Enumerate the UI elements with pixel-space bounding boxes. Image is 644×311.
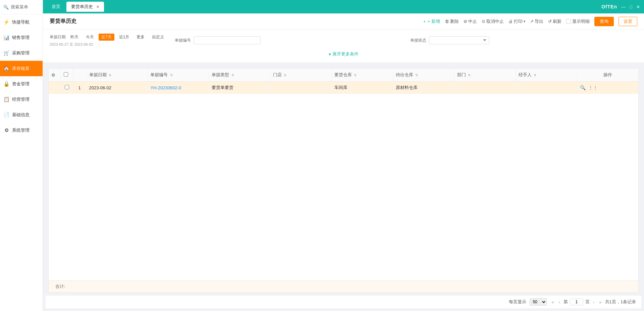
- col-handler-label: 经手人: [519, 72, 532, 77]
- select-all-checkbox[interactable]: [64, 72, 68, 77]
- col-shop: 门店 ⇅: [270, 69, 332, 82]
- next-page-btn[interactable]: ›: [592, 299, 596, 305]
- sidebar-item-sales[interactable]: 📊 销售管理: [0, 30, 43, 45]
- plus-icon: ＋: [422, 18, 427, 25]
- sidebar-item-finance[interactable]: 🔒 资金管理: [0, 76, 43, 92]
- window-minimize-btn[interactable]: —: [621, 4, 626, 9]
- page-label: 第: [564, 299, 568, 305]
- page-nav: « ‹ 第 页 › » 共1页，1条记录: [550, 299, 636, 305]
- show-detail-toggle[interactable]: 显示明细: [566, 18, 590, 25]
- refresh-label: 刷新: [553, 18, 561, 25]
- expand-more-btn[interactable]: ▾ 展开更多条件: [50, 50, 637, 58]
- sort-icon-handler[interactable]: ⇅: [534, 73, 536, 77]
- show-detail-checkbox[interactable]: [566, 19, 571, 24]
- tab-home-label: 首页: [52, 4, 60, 10]
- sidebar-item-inventory[interactable]: 🏠 库存核算: [0, 61, 43, 76]
- query-button[interactable]: 查询: [594, 17, 614, 26]
- sort-icon-req-warehouse[interactable]: ⇅: [354, 73, 357, 77]
- new-button[interactable]: ＋ + 新增: [422, 18, 440, 25]
- date-btn-custom[interactable]: 自定义: [149, 34, 167, 41]
- sidebar-item-label: 经营管理: [12, 96, 30, 102]
- date-btn-yesterday[interactable]: 昨天: [68, 34, 81, 41]
- brand-logo: OfTEn: [601, 4, 617, 9]
- doc-number-input[interactable]: [194, 36, 261, 44]
- sidebar-item-label: 销售管理: [12, 35, 30, 41]
- col-action-label: 操作: [603, 72, 612, 77]
- operation-icon: 📋: [3, 96, 9, 102]
- sort-icon-shop[interactable]: ⇅: [284, 73, 286, 77]
- sidebar-item-label: 资金管理: [12, 81, 30, 87]
- tab-home[interactable]: 首页: [47, 2, 65, 12]
- sort-icon-pending-warehouse[interactable]: ⇅: [415, 73, 418, 77]
- cancel-stop-button[interactable]: ⊙ 取消中止: [482, 18, 504, 25]
- table-row: 1 2023-06-02 YH-20230602-0: [49, 82, 638, 94]
- tab-requisition-history[interactable]: 要货单历史 ✕: [66, 2, 104, 12]
- show-detail-label: 显示明细: [572, 18, 590, 25]
- row-num-cell: 1: [73, 82, 86, 94]
- row-department-cell: [454, 82, 516, 94]
- row-checkbox-cell: [61, 82, 73, 94]
- settings-button[interactable]: 设置: [619, 17, 637, 26]
- print-icon: 🖨: [508, 19, 513, 24]
- data-table: ⚙ 单据日期 ⇅: [49, 69, 638, 94]
- sort-icon-doc-type[interactable]: ⇅: [231, 73, 234, 77]
- col-pending-warehouse-label: 待出仓库: [396, 72, 413, 77]
- sidebar-item-label: 系统管理: [12, 127, 30, 133]
- col-pending-warehouse: 待出仓库 ⇅: [393, 69, 454, 82]
- tab-requisition-history-label: 要货单历史: [71, 4, 93, 10]
- tab-close-icon[interactable]: ✕: [96, 5, 99, 9]
- window-maximize-btn[interactable]: □: [630, 4, 632, 9]
- date-btn-7days[interactable]: 近7天: [99, 34, 114, 41]
- print-label: 打印: [514, 18, 523, 25]
- inventory-icon: 🏠: [3, 65, 9, 72]
- sidebar-search[interactable]: 🔍 搜索菜单: [0, 0, 43, 14]
- sidebar: 🔍 搜索菜单 ⚡ 快捷导航 📊 销售管理 🛒 采购管理 🏠 库存核算 🔒 资金管…: [0, 0, 43, 311]
- date-btn-today[interactable]: 今天: [83, 34, 97, 41]
- col-doc-number-label: 单据编号: [150, 72, 168, 77]
- sidebar-item-label: 快捷导航: [12, 19, 30, 25]
- sidebar-item-system[interactable]: ⚙ 系统管理: [0, 123, 43, 138]
- date-range-display: 2023-05-27 至 2023-06-02: [50, 42, 167, 47]
- print-button[interactable]: 🖨 打印 ▾: [508, 18, 525, 25]
- sort-icon-department[interactable]: ⇅: [468, 73, 471, 77]
- delete-icon: 🗑: [445, 19, 449, 24]
- sidebar-item-quick-nav[interactable]: ⚡ 快捷导航: [0, 14, 43, 30]
- sort-icon-doc-number[interactable]: ⇅: [170, 73, 173, 77]
- date-btn-more[interactable]: 更多: [134, 34, 147, 41]
- row-req-warehouse: 车间库: [334, 85, 347, 90]
- settings-gear-icon[interactable]: ⚙: [51, 73, 55, 78]
- export-button[interactable]: ↗ 导出: [530, 18, 543, 25]
- stop-button[interactable]: ⊘ 中止: [464, 18, 477, 25]
- window-close-btn[interactable]: ✕: [636, 4, 640, 9]
- search-icon: 🔍: [3, 5, 9, 10]
- row-doc-number-link[interactable]: YH-20230602-0: [150, 85, 181, 90]
- col-department-label: 部门: [457, 72, 466, 77]
- export-icon: ↗: [530, 19, 534, 24]
- sidebar-item-basic[interactable]: 📄 基础信息: [0, 107, 43, 123]
- content-area: 要货单历史 ＋ + 新增 🗑 删除 ⊘ 中止 ⊙ 取消中止: [43, 13, 644, 311]
- table-scroll[interactable]: ⚙ 单据日期 ⇅: [49, 69, 638, 280]
- refresh-button[interactable]: ↺ 刷新: [548, 18, 561, 25]
- doc-status-select[interactable]: [429, 36, 489, 44]
- sort-icon-doc-date[interactable]: ⇅: [109, 73, 111, 77]
- col-doc-date-label: 单据日期: [89, 72, 107, 77]
- page-input[interactable]: [570, 299, 583, 305]
- view-action-icon[interactable]: 🔍: [580, 85, 586, 90]
- per-page-select[interactable]: 20 50 100 200: [530, 298, 547, 306]
- date-btn-1month[interactable]: 近1月: [116, 34, 132, 41]
- sidebar-item-purchase[interactable]: 🛒 采购管理: [0, 45, 43, 61]
- row-checkbox[interactable]: [65, 85, 69, 89]
- row-pending-warehouse: 原材料仓库: [396, 85, 418, 90]
- page-header: 要货单历史 ＋ + 新增 🗑 删除 ⊘ 中止 ⊙ 取消中止: [43, 13, 644, 30]
- row-action-cell: 🔍 ⋮⋮: [577, 82, 638, 94]
- filter-row-1: 单据日期 昨天 今天 近7天 近1月 更多 自定义 2023-05-27 至 2…: [50, 34, 637, 47]
- prev-page-btn[interactable]: ‹: [557, 299, 561, 305]
- sidebar-item-operation[interactable]: 📋 经营管理: [0, 92, 43, 107]
- first-page-btn[interactable]: «: [550, 299, 555, 305]
- more-action-icon[interactable]: ⋮⋮: [588, 85, 598, 90]
- topbar-right: OfTEn — □ ✕: [601, 4, 640, 9]
- delete-button[interactable]: 🗑 删除: [445, 18, 459, 25]
- last-page-btn[interactable]: »: [598, 299, 603, 305]
- col-checkbox: [61, 69, 73, 82]
- sales-icon: 📊: [3, 35, 9, 41]
